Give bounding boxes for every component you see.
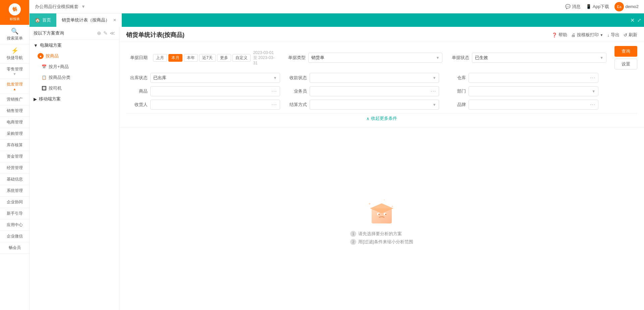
sidebar-item-operation[interactable]: 经营管理 xyxy=(0,162,29,174)
date-this-month-btn[interactable]: 本月 xyxy=(168,54,182,62)
add-scheme-icon[interactable]: ⊕ xyxy=(97,30,101,36)
left-panel: 按以下方案查询 ⊕ ✎ ≪ ▼ 电脑端方案 ● 按商品 📅 按月+商品 xyxy=(30,27,119,310)
brand-label: 品牌 xyxy=(444,102,469,108)
query-button[interactable]: 查询 xyxy=(614,46,637,57)
sidebar-item-member[interactable]: 畅会员 xyxy=(0,242,29,254)
topbar: 办公用品行业模拟账套 ▼ 💬 消息 📱 App下载 Ea demo2 xyxy=(30,0,644,13)
sidebar-item-wechat[interactable]: 企业微信 xyxy=(0,231,29,242)
payment-label: 结算方式 xyxy=(285,102,310,108)
svg-text:✦: ✦ xyxy=(368,202,371,206)
sidebar-item-system[interactable]: 系统管理 xyxy=(0,185,29,197)
tree-item-by-product[interactable]: ● 按商品 xyxy=(30,51,119,61)
sidebar-item-retail[interactable]: 零售管理 ▼ xyxy=(0,64,29,79)
sidebar: 畅 标报表 🔍 搜索菜单 ⚡ 快捷导航 零售管理 ▼ 批发管理 ▲ 营销推广 销… xyxy=(0,0,30,310)
tree-mobile-node[interactable]: ▶ 移动端方案 xyxy=(30,94,119,104)
search-icon: 🔍 xyxy=(11,28,18,35)
date-range-text: 2023-03-01 至 2023-03-31 xyxy=(253,50,279,65)
date-more-btn[interactable]: 更多 xyxy=(217,54,231,62)
svg-point-5 xyxy=(385,214,386,215)
breadcrumb: 办公用品行业模拟账套 xyxy=(35,4,78,10)
tree-item-by-machine[interactable]: 🔲 按司机 xyxy=(30,83,119,94)
sidebar-item-appcenter[interactable]: 应用中心 xyxy=(0,219,29,231)
svg-text:✦: ✦ xyxy=(383,199,385,201)
payment-input[interactable]: ▼ xyxy=(310,100,439,110)
export-icon: ↓ xyxy=(607,33,610,38)
empty-state: ✦ ✦ ✦ 1 请先选择要分析的方案 2 用[过滤]条件来缩小分析范围 xyxy=(119,128,644,310)
collapse-panel-icon[interactable]: ≪ xyxy=(110,30,115,36)
window-maximize-icon[interactable]: ⤢ xyxy=(637,17,641,23)
date-this-year-btn[interactable]: 本年 xyxy=(184,54,198,62)
left-panel-header: 按以下方案查询 ⊕ ✎ ≪ xyxy=(30,27,119,40)
receipt-status-input[interactable]: ▼ xyxy=(310,73,439,83)
warehouse-input[interactable]: ··· xyxy=(469,73,598,83)
app-download-button[interactable]: 📱 App下载 xyxy=(586,4,609,10)
sidebar-item-finance[interactable]: 资金管理 xyxy=(0,151,29,162)
topbar-left: 办公用品行业模拟账套 ▼ xyxy=(35,4,86,10)
sidebar-item-inventory[interactable]: 库存核算 xyxy=(0,140,29,151)
date-custom-btn[interactable]: 自定义 xyxy=(232,54,251,62)
sidebar-item-search[interactable]: 🔍 搜索菜单 xyxy=(0,25,29,44)
sidebar-item-quick[interactable]: ⚡ 快捷导航 xyxy=(0,44,29,64)
sidebar-item-purchase[interactable]: 采购管理 xyxy=(0,128,29,140)
tree-item-by-category[interactable]: 📋 按商品分类 xyxy=(30,72,119,83)
date-last-month-btn[interactable]: 上月 xyxy=(153,54,167,62)
help-button[interactable]: ❓ 帮助 xyxy=(552,32,567,38)
out-status-dropdown-icon: ▼ xyxy=(273,76,277,80)
filter-row-1: 单据日期 上月 本月 本年 近7天 更多 自定义 2023-03-01 至 20… xyxy=(126,46,637,69)
refresh-icon: ↺ xyxy=(624,33,627,38)
breadcrumb-arrow: ▼ xyxy=(81,4,86,9)
home-icon: 🏠 xyxy=(35,18,40,23)
department-dropdown-icon: ▼ xyxy=(592,89,595,93)
collapse-filters-button[interactable]: ∧ 收起更多条件 xyxy=(126,113,637,123)
receiver-input[interactable]: ··· xyxy=(150,100,280,110)
filter-row-3: 商品 ··· 业务员 ··· 部门 ▼ xyxy=(126,86,637,96)
sidebar-item-guide[interactable]: 新手引导 xyxy=(0,208,29,219)
doc-type-input[interactable]: 销货单 ▼ xyxy=(308,53,443,63)
empty-tip-1: 1 请先选择要分析的方案 xyxy=(350,231,413,237)
collapse-arrow-icon: ∧ xyxy=(366,116,370,121)
brand-dots-icon: ··· xyxy=(590,102,595,108)
tabbar: 🏠 首页 销货单统计表（按商品） ✕ ✕ ⤢ xyxy=(30,13,644,27)
tab-active[interactable]: 销货单统计表（按商品） ✕ xyxy=(56,13,122,27)
window-close-icon[interactable]: ✕ xyxy=(630,17,635,23)
product-input[interactable]: ··· xyxy=(150,86,280,96)
department-input[interactable]: ▼ xyxy=(469,86,598,96)
category-icon: 📋 xyxy=(42,75,47,80)
brand-input[interactable]: ··· xyxy=(469,100,598,110)
salesperson-dots-icon: ··· xyxy=(431,88,436,94)
tab-home[interactable]: 🏠 首页 xyxy=(30,13,56,27)
sidebar-item-ecom[interactable]: 电商管理 xyxy=(0,117,29,128)
tip-num-1: 1 xyxy=(350,231,356,237)
logo-area: 畅 标报表 xyxy=(0,0,29,25)
tab-close-icon[interactable]: ✕ xyxy=(113,18,116,22)
out-status-label: 出库状态 xyxy=(126,75,150,81)
refresh-button[interactable]: ↺ 刷新 xyxy=(624,32,637,38)
date-last7-btn[interactable]: 近7天 xyxy=(199,54,216,62)
right-panel: 销货单统计表(按商品) ❓ 帮助 🖨 按模板打印 ▼ ↓ 导出 xyxy=(119,27,644,310)
salesperson-input[interactable]: ··· xyxy=(310,86,439,96)
help-icon: ❓ xyxy=(552,33,557,38)
receiver-dots-icon: ··· xyxy=(271,102,277,108)
tree-pc-node[interactable]: ▼ 电脑端方案 xyxy=(30,40,119,51)
sidebar-item-marketing[interactable]: 营销推广 xyxy=(0,94,29,105)
setting-button[interactable]: 设置 xyxy=(614,59,637,69)
edit-scheme-icon[interactable]: ✎ xyxy=(103,30,108,36)
sidebar-item-wholesale[interactable]: 批发管理 ▲ xyxy=(0,79,29,94)
export-button[interactable]: ↓ 导出 xyxy=(607,32,620,38)
doc-status-dropdown-icon: ▼ xyxy=(600,56,603,60)
user-menu-button[interactable]: Ea demo2 xyxy=(614,2,639,11)
app-icon: 📱 xyxy=(586,4,591,9)
product-dots-icon: ··· xyxy=(271,88,277,94)
sidebar-item-basic[interactable]: 基础信息 xyxy=(0,174,29,185)
sidebar-item-enterprise[interactable]: 企业协同 xyxy=(0,197,29,208)
receipt-status-dropdown-icon: ▼ xyxy=(432,76,436,80)
sidebar-item-sales[interactable]: 销售管理 xyxy=(0,105,29,117)
out-status-input[interactable]: 已出库 ▼ xyxy=(150,73,280,83)
print-button[interactable]: 🖨 按模板打印 ▼ xyxy=(571,32,603,38)
svg-point-4 xyxy=(378,214,380,215)
tree-item-by-month-product[interactable]: 📅 按月+商品 xyxy=(30,61,119,72)
message-button[interactable]: 💬 消息 xyxy=(565,4,581,10)
filter-row-2: 出库状态 已出库 ▼ 收款状态 ▼ 仓库 ··· xyxy=(126,73,637,83)
message-icon: 💬 xyxy=(565,4,571,9)
doc-status-input[interactable]: 已生效 ▼ xyxy=(472,53,606,63)
